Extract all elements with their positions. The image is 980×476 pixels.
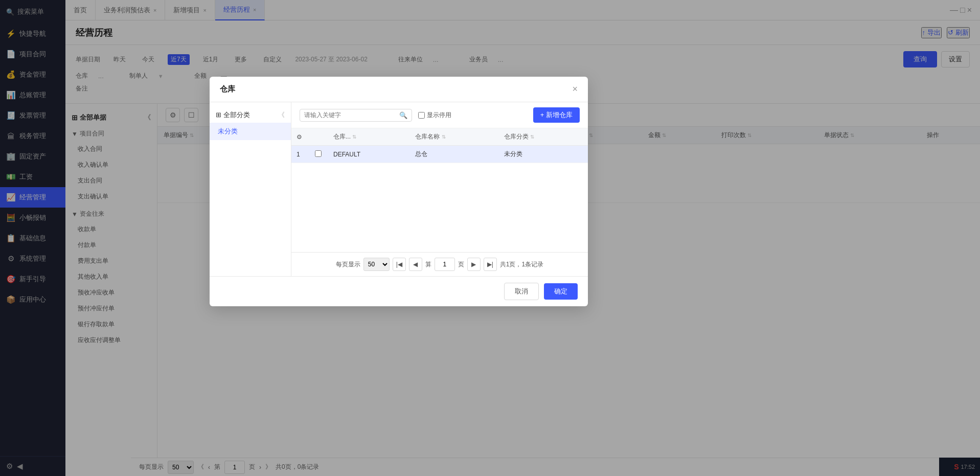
- modal-cancel-button[interactable]: 取消: [504, 283, 539, 300]
- warehouse-modal: 仓库 × ⊞ 全部分类 《 未分类 🔍: [210, 77, 588, 306]
- modal-row-name: 总仓: [410, 146, 499, 163]
- add-warehouse-button[interactable]: + 新增仓库: [533, 107, 580, 123]
- modal-confirm-button[interactable]: 确定: [544, 283, 578, 300]
- modal-toolbar: 🔍 显示停用 + 新增仓库: [291, 102, 588, 128]
- modal-next-page-btn[interactable]: ▶: [467, 258, 481, 271]
- modal-tree-header: ⊞ 全部分类 《: [210, 107, 291, 123]
- modal-prev-page-btn[interactable]: ◀: [409, 258, 422, 271]
- search-icon2: 🔍: [399, 111, 407, 119]
- show-disabled-checkbox[interactable]: [418, 112, 425, 119]
- modal-tree: ⊞ 全部分类 《 未分类: [210, 102, 291, 276]
- modal-tree-scroll: 未分类: [210, 123, 291, 271]
- modal-page-input[interactable]: [435, 258, 455, 271]
- modal-col-category: 仓库分类 ⇅: [499, 128, 588, 146]
- modal-pagination: 每页显示 50 100 |◀ ◀ 算 页 ▶ ▶| 共1页，1条记录: [291, 252, 588, 276]
- modal-row-code: DEFAULT: [328, 146, 410, 163]
- grid-icon2: ⊞: [216, 111, 221, 119]
- modal-tree-collapse-icon[interactable]: 《: [278, 110, 285, 120]
- modal-row-index: 1: [291, 146, 310, 163]
- modal-table: ⚙ 仓库... ⇅ 仓库名称 ⇅ 仓库分类 ⇅ 1 DEFAULT 总仓: [291, 128, 588, 163]
- show-disabled-label[interactable]: 显示停用: [418, 111, 451, 120]
- modal-page-label: 算: [425, 260, 431, 269]
- modal-row-checkbox[interactable]: [315, 150, 322, 157]
- modal-table-wrap: ⚙ 仓库... ⇅ 仓库名称 ⇅ 仓库分类 ⇅ 1 DEFAULT 总仓: [291, 128, 588, 252]
- modal-first-page-btn[interactable]: |◀: [393, 258, 406, 271]
- modal-total-info: 共1页，1条记录: [500, 260, 543, 269]
- modal-col-checkbox: [310, 128, 328, 146]
- modal-col-code: 仓库... ⇅: [328, 128, 410, 146]
- modal-close-button[interactable]: ×: [572, 84, 578, 95]
- modal-page-size-select[interactable]: 50 100: [363, 258, 390, 271]
- modal-page-unit: 页: [458, 260, 464, 269]
- modal-table-row[interactable]: 1 DEFAULT 总仓 未分类: [291, 146, 588, 163]
- all-categories-label: ⊞ 全部分类: [216, 110, 250, 120]
- modal-body: ⊞ 全部分类 《 未分类 🔍 显示停用 + 新增仓库: [210, 102, 588, 276]
- modal-row-category: 未分类: [499, 146, 588, 163]
- modal-footer: 取消 确定: [210, 276, 588, 306]
- modal-content: 🔍 显示停用 + 新增仓库 ⚙ 仓库... ⇅ 仓库名称 ⇅: [291, 102, 588, 276]
- modal-search-input[interactable]: [304, 111, 397, 119]
- modal-tree-item-uncategorized[interactable]: 未分类: [210, 123, 291, 140]
- modal-last-page-btn[interactable]: ▶|: [484, 258, 497, 271]
- modal-row-checkbox-cell: [310, 146, 328, 163]
- modal-page-size-label: 每页显示: [336, 260, 360, 269]
- modal-col-settings: ⚙: [291, 128, 310, 146]
- modal-search-wrap: 🔍: [300, 109, 412, 122]
- modal-header: 仓库 ×: [210, 77, 588, 102]
- modal-col-name: 仓库名称 ⇅: [410, 128, 499, 146]
- modal-title: 仓库: [220, 84, 235, 94]
